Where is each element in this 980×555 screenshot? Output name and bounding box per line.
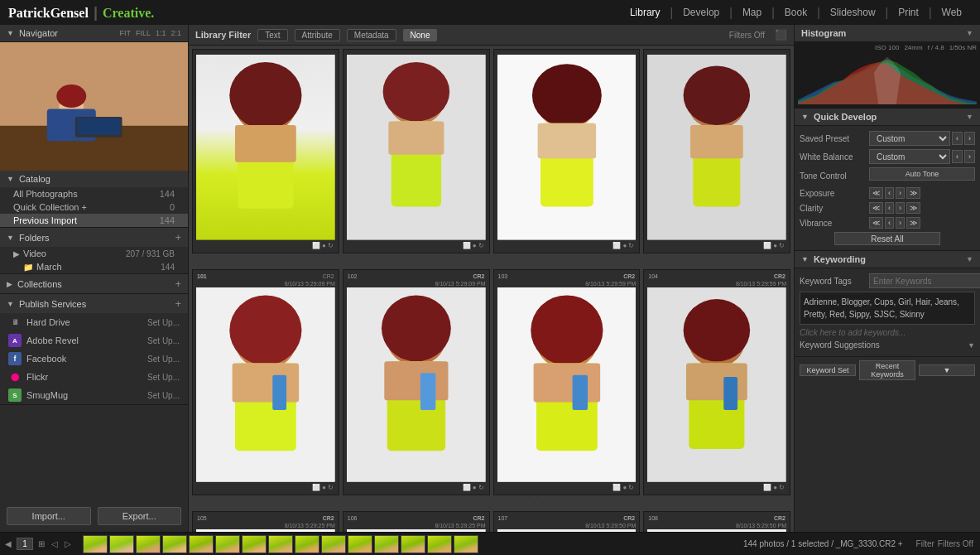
catalog-item-all-photographs[interactable]: All Photographs 144 — [0, 187, 188, 200]
suggestions-chevron-icon[interactable]: ▼ — [968, 341, 975, 350]
nav-item-slideshow[interactable]: Slideshow — [820, 0, 886, 25]
publish-header[interactable]: ▼ Publish Services + — [0, 294, 188, 313]
nav-item-print[interactable]: Print — [888, 0, 929, 25]
catalog-item-previous-import[interactable]: Previous Import 144 — [0, 214, 188, 227]
folder-item-video[interactable]: ▶ Video 207 / 931 GB — [0, 247, 188, 260]
photo-cell-6[interactable]: 102 CR2 8/10/13 5:29:09 PM — [343, 269, 490, 495]
flickr-setup-btn[interactable]: Set Up... — [147, 373, 180, 382]
quick-develop-dropdown-icon[interactable]: ▼ — [966, 113, 973, 121]
filter-none-btn[interactable]: None — [403, 29, 438, 41]
filmstrip-thumb-7[interactable] — [242, 535, 267, 553]
keyword-set-btn[interactable]: Keyword Set — [800, 364, 856, 376]
filmstrip-thumb-6[interactable] — [215, 535, 240, 553]
auto-tone-btn[interactable]: Auto Tone — [869, 167, 975, 181]
photo-cell-12[interactable]: 108 CR2 8/10/13 5:29:50 PM — [643, 511, 790, 533]
navigator-fill[interactable]: FILL — [136, 29, 151, 37]
keyword-click-hint[interactable]: Click here to add keywords... — [800, 328, 975, 337]
filmstrip-thumb-13[interactable] — [401, 535, 425, 553]
photo-cell-10[interactable]: 106 CR2 8/10/13 5:29:25 PM — [343, 511, 490, 533]
filmstrip-thumb-14[interactable] — [427, 535, 452, 553]
navigator-fit[interactable]: FIT — [119, 29, 131, 37]
photo-cell-9[interactable]: 105 CR2 8/10/13 5:29:25 PM — [192, 511, 339, 533]
publish-item-flickr[interactable]: ⬤ Flickr Set Up... — [0, 368, 188, 386]
filmstrip-thumb-15[interactable] — [454, 535, 478, 553]
photo-cell-1[interactable]: ⬜ ● ↻ — [192, 49, 339, 253]
nav-item-library[interactable]: Library — [620, 0, 670, 25]
keyword-tags-input[interactable] — [869, 273, 980, 288]
photo-cell-4[interactable]: ⬜ ● ↻ — [643, 49, 790, 253]
wb-prev-btn[interactable]: ‹ — [952, 150, 963, 163]
filter-text-btn[interactable]: Text — [257, 29, 287, 41]
nav-item-develop[interactable]: Develop — [673, 0, 729, 25]
photo-cell-5[interactable]: 101 CR2 8/10/13 5:29:09 PM — [192, 269, 339, 495]
filmstrip-grid-icon[interactable]: ⊞ — [36, 538, 46, 550]
folders-add-icon[interactable]: + — [175, 231, 181, 244]
histogram-header[interactable]: Histogram ▼ — [795, 25, 980, 42]
keywording-header[interactable]: ▼ Keywording ▼ — [795, 251, 980, 268]
exposure-inc-btn[interactable]: › — [896, 187, 905, 199]
export-button[interactable]: Export... — [98, 507, 182, 525]
filmstrip-thumb-3[interactable] — [136, 535, 161, 553]
folder-item-march[interactable]: 📁 March 144 — [0, 260, 188, 273]
filter-attribute-btn[interactable]: Attribute — [295, 29, 340, 41]
publish-item-smugmug[interactable]: S SmugMug Set Up... — [0, 386, 188, 404]
publish-add-icon[interactable]: + — [175, 297, 181, 310]
filmstrip-thumb-4[interactable] — [162, 535, 187, 553]
adobe-revel-setup-btn[interactable]: Set Up... — [147, 336, 180, 345]
nav-item-map[interactable]: Map — [733, 0, 771, 25]
keywording-dropdown-icon[interactable]: ▼ — [966, 255, 973, 263]
photo-cell-2[interactable]: ⬜ ● ↻ — [343, 49, 490, 253]
collections-header[interactable]: ▶ Collections + — [0, 274, 188, 293]
import-button[interactable]: Import... — [7, 507, 91, 525]
navigator-header[interactable]: ▼ Navigator FIT FILL 1:1 2:1 — [0, 25, 188, 42]
clarity-inc-inc-btn[interactable]: ≫ — [906, 202, 920, 214]
filmstrip-thumb-1[interactable] — [83, 535, 108, 553]
keyword-set-dropdown-btn[interactable]: ▼ — [919, 364, 975, 376]
filmstrip-thumb-11[interactable] — [348, 535, 372, 553]
hard-drive-setup-btn[interactable]: Set Up... — [147, 318, 180, 327]
photo-cell-3[interactable]: ⬜ ● ↻ — [493, 49, 641, 253]
photo-cell-8[interactable]: 104 CR2 8/10/13 5:29:59 PM — [643, 269, 790, 495]
exposure-dec-btn[interactable]: ‹ — [885, 187, 894, 199]
vibrance-inc-inc-btn[interactable]: ≫ — [906, 217, 920, 229]
filmstrip-thumb-10[interactable] — [321, 535, 346, 553]
filmstrip-thumb-12[interactable] — [374, 535, 399, 553]
photo-cell-7[interactable]: 103 CR2 8/10/13 5:29:59 PM — [493, 269, 641, 495]
filmstrip-prev-btn[interactable]: ◁ — [50, 538, 60, 550]
exposure-dec-dec-btn[interactable]: ≪ — [869, 187, 883, 199]
saved-preset-next-btn[interactable]: › — [964, 132, 975, 145]
wb-next-btn[interactable]: › — [964, 150, 975, 163]
filmstrip-next-btn[interactable]: ▷ — [63, 538, 73, 550]
nav-item-book[interactable]: Book — [775, 0, 817, 25]
vibrance-dec-dec-btn[interactable]: ≪ — [869, 217, 883, 229]
saved-preset-prev-btn[interactable]: ‹ — [952, 132, 963, 145]
filmstrip-thumb-5[interactable] — [189, 535, 214, 553]
filmstrip-thumb-9[interactable] — [295, 535, 319, 553]
navigator-1to1[interactable]: 1:1 — [156, 29, 166, 37]
vibrance-inc-btn[interactable]: › — [896, 217, 905, 229]
vibrance-dec-btn[interactable]: ‹ — [885, 217, 894, 229]
recent-keywords-btn[interactable]: Recent Keywords — [859, 360, 915, 380]
clarity-dec-dec-btn[interactable]: ≪ — [869, 202, 883, 214]
filmstrip-back-btn[interactable]: ◀ — [3, 538, 13, 550]
filmstrip-thumb-8[interactable] — [268, 535, 293, 553]
filter-expand-icon[interactable]: ⬛ — [775, 29, 787, 41]
photo-cell-11[interactable]: 107 CR2 8/10/13 5:29:50 PM — [493, 511, 641, 533]
reset-all-btn[interactable]: Reset All — [834, 232, 939, 245]
catalog-item-quick-collection[interactable]: Quick Collection + 0 — [0, 200, 188, 214]
smugmug-setup-btn[interactable]: Set Up... — [147, 391, 180, 400]
filmstrip-thumb-2[interactable] — [109, 535, 134, 553]
quick-develop-header[interactable]: ▼ Quick Develop ▼ — [795, 109, 980, 126]
publish-item-hard-drive[interactable]: 🖥 Hard Drive Set Up... — [0, 313, 188, 331]
collections-add-icon[interactable]: + — [175, 278, 181, 290]
navigator-2to1[interactable]: 2:1 — [171, 29, 181, 37]
clarity-dec-btn[interactable]: ‹ — [885, 202, 894, 214]
nav-item-web[interactable]: Web — [932, 0, 972, 25]
histogram-dropdown-icon[interactable]: ▼ — [966, 29, 973, 37]
facebook-setup-btn[interactable]: Set Up... — [147, 355, 180, 364]
catalog-header[interactable]: ▼ Catalog — [0, 171, 188, 187]
white-balance-select[interactable]: Custom — [869, 149, 950, 164]
exposure-inc-inc-btn[interactable]: ≫ — [906, 187, 920, 199]
publish-item-adobe-revel[interactable]: A Adobe Revel Set Up... — [0, 331, 188, 350]
saved-preset-select[interactable]: Custom — [869, 131, 950, 146]
